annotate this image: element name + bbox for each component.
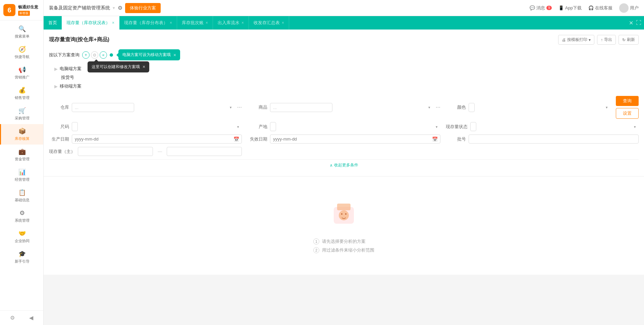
expire-start-wrapper: 📅 (270, 134, 440, 144)
sidebar-item-enterprise[interactable]: 🤝 企业协同 (0, 226, 43, 247)
svg-rect-1 (337, 204, 351, 210)
filter-header: 按以下方案查询 + ⊙ 这里可以创建和修改方案哦 × (49, 49, 639, 60)
filter-section: 现存量查询(按仓库+商品) 🖨 按模板打印 ▾ ↑ 导出 ↻ (44, 30, 644, 176)
tab-batch[interactable]: 库存批次账 × (177, 16, 213, 30)
tab-summary[interactable]: 收发存汇总表 × (249, 16, 289, 30)
industry-btn[interactable]: 体验行业方案 (125, 3, 161, 13)
sidebar-item-finance[interactable]: 💼 资金管理 (0, 145, 43, 165)
sidebar-nav: 🔍 搜索菜单 🧭 快捷导航 📢 营销推广 💰 销售管理 🛒 采购管理 📦 (0, 20, 43, 310)
produce-date-label: 生产日期 (49, 136, 69, 142)
export-btn[interactable]: ↑ 导出 (597, 35, 616, 45)
export-icon: ↑ (601, 38, 603, 42)
sidebar-label-system: 系统管理 (15, 218, 30, 223)
warehouse-input[interactable] (72, 103, 134, 112)
product-input[interactable] (270, 103, 332, 112)
page-content: 现存量查询(按仓库+商品) 🖨 按模板打印 ▾ ↑ 导出 ↻ (44, 30, 644, 325)
tab-close-2[interactable]: × (206, 20, 208, 25)
warehouse-dots-icon[interactable]: ⋯ (237, 105, 242, 110)
add-scheme-btn[interactable]: + (82, 51, 90, 59)
sidebar-item-search[interactable]: 🔍 搜索菜单 (0, 22, 43, 42)
filter-expire-date: 失效日期 📅 (247, 134, 440, 144)
sidebar-settings-btn[interactable]: ⚙ (10, 315, 15, 321)
template-print-btn[interactable]: 🖨 按模板打印 ▾ (558, 35, 594, 45)
online-support-btn[interactable]: 🎧 在线客服 (588, 5, 612, 11)
desktop-scheme-toggle[interactable]: ▶ 电脑端方案 (54, 64, 82, 73)
stock-amount-end[interactable] (167, 147, 242, 156)
sidebar-item-sales[interactable]: 💰 销售管理 (0, 83, 43, 104)
stock-amount-start[interactable] (78, 147, 153, 156)
color-label: 颜色 (446, 104, 466, 110)
collapse-bar[interactable]: ∧ 收起更多条件 (49, 159, 639, 171)
scheme-item-byhuo[interactable]: 按货号 (61, 73, 82, 82)
batch-input[interactable] (469, 134, 639, 144)
sales-icon: 💰 (18, 87, 26, 94)
step-num-1: 1 (313, 238, 319, 245)
sidebar-item-operation[interactable]: 📊 经营管理 (0, 165, 43, 185)
collapse-arrow: ∧ (330, 163, 333, 168)
sidebar-item-quick[interactable]: 🧭 快捷导航 (0, 42, 43, 63)
sidebar-item-purchase[interactable]: 🛒 采购管理 (0, 104, 43, 124)
sidebar-item-basic[interactable]: 📋 基础信息 (0, 185, 43, 206)
tab-close-4[interactable]: × (282, 20, 284, 25)
empty-step-1-text: 请先选择要分析的方案 (322, 237, 366, 246)
sidebar-item-inventory[interactable]: 📦 库存核算 (0, 124, 43, 145)
reset-btn[interactable]: 设置 (616, 108, 639, 119)
empty-steps-list: 1 请先选择要分析的方案 2 用过滤条件来缩小分析范围 (313, 237, 374, 255)
print-arrow-icon: ▾ (589, 38, 591, 42)
calendar-icon-2[interactable]: 📅 (432, 137, 438, 142)
guide-icon: 🎓 (18, 250, 26, 258)
color-select[interactable] (469, 103, 475, 112)
tooltip1-area: 电脑方案可设为移动方案哦 × (110, 49, 180, 60)
tab-maximize-icon[interactable]: ⛶ (636, 20, 641, 26)
sidebar-item-guide[interactable]: 🎓 新手引导 (0, 247, 43, 267)
user-area[interactable]: 用户 (619, 3, 639, 13)
tab-home[interactable]: 首页 (44, 16, 62, 30)
calendar-icon-1[interactable]: 📅 (233, 137, 239, 142)
sidebar-label-inventory: 库存核算 (15, 136, 30, 141)
scheme-arrow-btn[interactable]: « (100, 51, 107, 59)
sidebar-label-finance: 资金管理 (15, 157, 30, 162)
produce-start-input[interactable] (72, 134, 242, 144)
app-download-btn[interactable]: 📱 App下载 (558, 5, 582, 11)
header-left: 装备及固定资产辅助管理系统 ▾ ⚙ 体验行业方案 (49, 3, 161, 13)
header-settings-icon[interactable]: ⚙ (118, 5, 122, 11)
tab-inventory-dist[interactable]: 现存量（库存分布表） × (119, 16, 177, 30)
origin-select[interactable] (270, 122, 276, 131)
app-download-label: App下载 (565, 5, 582, 11)
tab-close-all-icon[interactable]: ✕ (629, 20, 633, 26)
message-badge: 9 (546, 6, 552, 10)
stock-status-select[interactable] (470, 122, 476, 131)
sidebar-collapse-btn[interactable]: ◀ (29, 315, 33, 321)
tab-close-1[interactable]: × (170, 20, 172, 25)
tab-close-0[interactable]: × (112, 20, 114, 25)
color-select-wrapper (469, 103, 610, 112)
empty-state: 1 请先选择要分析的方案 2 用过滤条件来缩小分析范围 (44, 177, 644, 275)
refresh-btn[interactable]: ↻ 刷新 (619, 35, 639, 45)
tab-inout[interactable]: 出入库流水 × (213, 16, 249, 30)
mobile-scheme-toggle[interactable]: ▶ 移动端方案 (54, 82, 82, 91)
search-btn[interactable]: 查询 (616, 96, 639, 106)
range-sep: — (158, 149, 162, 154)
filter-origin: 产地 (247, 122, 440, 131)
product-dots-icon[interactable]: ⋯ (436, 105, 440, 110)
header-right-actions: 💬 消息 9 📱 App下载 🎧 在线客服 用户 (530, 3, 639, 13)
search-nav-icon: 🔍 (18, 25, 26, 33)
sidebar-item-system[interactable]: ⚙ 系统管理 (0, 206, 43, 226)
step-num-2: 2 (313, 247, 319, 253)
tab-inventory-status-label: 现存量（库存状况表） (66, 20, 110, 26)
tab-inventory-status[interactable]: 现存量（库存状况表） × (62, 16, 119, 30)
tooltip-main-close[interactable]: × (173, 52, 176, 58)
filter-color: 颜色 查询 设置 (446, 96, 639, 119)
sidebar-label-sales: 销售管理 (15, 95, 30, 100)
print-icon: 🖨 (562, 38, 566, 42)
edit-scheme-btn[interactable]: ⊙ (91, 51, 98, 59)
tooltip-edit-close[interactable]: × (143, 64, 145, 69)
tab-close-3[interactable]: × (241, 20, 244, 25)
sidebar-item-marketing[interactable]: 📢 营销推广 (0, 63, 43, 83)
sidebar: 6 畅通好生意 标签版 🔍 搜索菜单 🧭 快捷导航 📢 营销推广 💰 销售管理 (0, 0, 44, 325)
message-btn[interactable]: 💬 消息 9 (530, 5, 552, 11)
expire-start-input[interactable] (270, 134, 440, 144)
size-select[interactable] (72, 122, 78, 131)
tabs-right-controls: ✕ ⛶ (629, 20, 644, 26)
enterprise-icon: 🤝 (18, 230, 26, 237)
